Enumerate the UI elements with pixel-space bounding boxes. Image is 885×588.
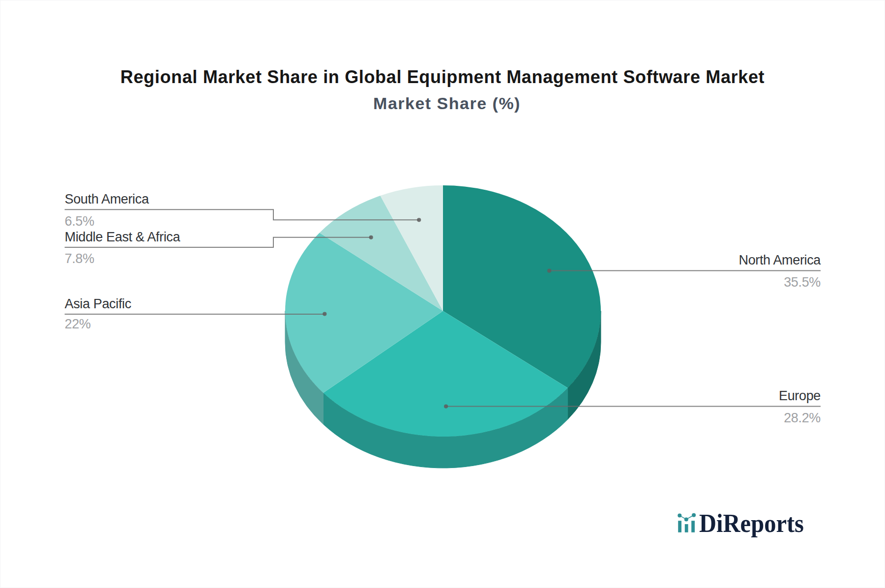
svg-text:South America: South America [65,192,149,206]
svg-text:22%: 22% [65,317,91,331]
svg-text:28.2%: 28.2% [784,411,821,425]
svg-text:7.8%: 7.8% [65,251,94,266]
svg-text:Market Share (%): Market Share (%) [373,94,521,113]
svg-text:Middle East & Africa: Middle East & Africa [65,230,181,244]
svg-text:Europe: Europe [779,388,821,403]
svg-text:6.5%: 6.5% [65,214,94,229]
svg-text:Regional Market Share in Globa: Regional Market Share in Global Equipmen… [120,67,765,87]
svg-text:DiReports: DiReports [699,509,804,537]
svg-text:35.5%: 35.5% [784,275,821,290]
svg-text:North America: North America [738,253,821,267]
svg-text:Asia Pacific: Asia Pacific [65,296,131,311]
